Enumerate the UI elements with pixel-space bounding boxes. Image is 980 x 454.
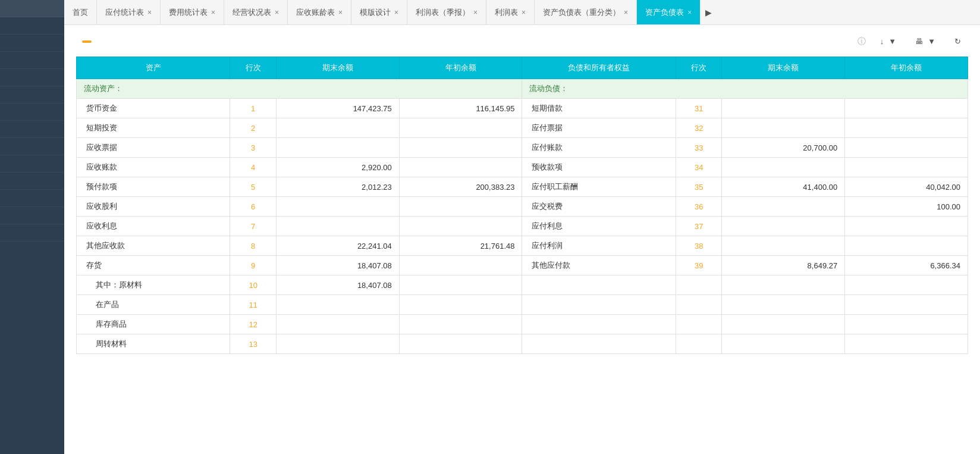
sidebar-item-expense[interactable] [0, 190, 64, 207]
left-item-12[interactable]: 周转材料 [77, 334, 230, 354]
right-item-6[interactable]: 应付利息 [522, 217, 676, 236]
right-end-balance-12[interactable] [722, 334, 845, 354]
sidebar-item-inventory[interactable] [0, 121, 64, 138]
left-end-balance-8[interactable]: 18,407.08 [276, 256, 399, 275]
right-item-11[interactable] [522, 315, 676, 334]
right-begin-balance-8[interactable]: 6,366.34 [845, 256, 968, 275]
left-begin-balance-7[interactable]: 21,761.48 [399, 236, 522, 256]
right-begin-balance-2[interactable] [845, 138, 968, 158]
sidebar-item-home[interactable] [0, 0, 64, 17]
close-tab-balance-reclassify[interactable]: × [624, 8, 628, 17]
print-button[interactable]: 🖶 ▼ [910, 35, 940, 48]
right-item-5[interactable]: 应交税费 [522, 197, 676, 217]
sidebar-item-report-center[interactable] [0, 35, 64, 52]
tab-profit-quarterly[interactable]: 利润表（季报） × [407, 0, 486, 25]
left-begin-balance-1[interactable] [399, 118, 522, 138]
sidebar-item-guide[interactable] [0, 224, 64, 242]
right-begin-balance-5[interactable]: 100.00 [845, 197, 968, 217]
left-begin-balance-6[interactable] [399, 217, 522, 236]
left-begin-balance-5[interactable] [399, 197, 522, 217]
sidebar-item-ticket[interactable] [0, 104, 64, 121]
right-begin-balance-4[interactable]: 40,042.00 [845, 177, 968, 197]
right-begin-balance-1[interactable] [845, 118, 968, 138]
tab-balance-sheet[interactable]: 资产负债表 × [637, 0, 701, 25]
tab-balance-reclassify[interactable]: 资产负债表（重分类） × [535, 0, 637, 25]
right-item-12[interactable] [522, 334, 676, 354]
right-end-balance-7[interactable] [722, 236, 845, 256]
sidebar-item-ledger[interactable] [0, 155, 64, 173]
sidebar-item-fund[interactable] [0, 52, 64, 69]
left-begin-balance-0[interactable]: 116,145.95 [399, 99, 522, 118]
sidebar-item-capital[interactable] [0, 86, 64, 104]
left-end-balance-9[interactable]: 18,407.08 [276, 275, 399, 295]
right-item-4[interactable]: 应付职工薪酬 [522, 177, 676, 197]
sidebar-item-fixed-assets[interactable] [0, 69, 64, 86]
close-tab-profit[interactable]: × [522, 8, 526, 17]
left-begin-balance-11[interactable] [399, 315, 522, 334]
close-tab-payable-stats[interactable]: × [147, 8, 152, 17]
right-end-balance-10[interactable] [722, 295, 845, 315]
left-item-7[interactable]: 其他应收款 [77, 236, 230, 256]
left-item-6[interactable]: 应收利息 [77, 217, 230, 236]
left-begin-balance-9[interactable] [399, 275, 522, 295]
right-begin-balance-3[interactable] [845, 158, 968, 177]
left-begin-balance-3[interactable] [399, 158, 522, 177]
right-item-2[interactable]: 应付账款 [522, 138, 676, 158]
left-item-4[interactable]: 预付款项 [77, 177, 230, 197]
left-begin-balance-8[interactable] [399, 256, 522, 275]
left-end-balance-12[interactable] [276, 334, 399, 354]
right-end-balance-8[interactable]: 8,649.27 [722, 256, 845, 275]
right-end-balance-3[interactable] [722, 158, 845, 177]
left-item-3[interactable]: 应收账款 [77, 158, 230, 177]
tab-home[interactable]: 首页 [64, 0, 97, 25]
right-begin-balance-7[interactable] [845, 236, 968, 256]
left-begin-balance-4[interactable]: 200,383.23 [399, 177, 522, 197]
right-item-8[interactable]: 其他应付款 [522, 256, 676, 275]
sidebar-item-account[interactable] [0, 17, 64, 35]
left-begin-balance-10[interactable] [399, 295, 522, 315]
right-end-balance-11[interactable] [722, 315, 845, 334]
right-item-1[interactable]: 应付票据 [522, 118, 676, 138]
left-end-balance-6[interactable] [276, 217, 399, 236]
download-button[interactable]: ↓ ▼ [875, 35, 901, 48]
left-end-balance-5[interactable] [276, 197, 399, 217]
left-end-balance-4[interactable]: 2,012.23 [276, 177, 399, 197]
close-tab-balance-sheet[interactable]: × [687, 8, 692, 17]
tab-receivable-age[interactable]: 应收账龄表 × [288, 0, 351, 25]
tab-payable-stats[interactable]: 应付统计表 × [97, 0, 161, 25]
left-end-balance-1[interactable] [276, 118, 399, 138]
right-begin-balance-11[interactable] [845, 315, 968, 334]
left-item-5[interactable]: 应收股利 [77, 197, 230, 217]
left-item-2[interactable]: 应收票据 [77, 138, 230, 158]
left-item-8[interactable]: 存货 [77, 256, 230, 275]
no-classify-toggle[interactable]: ⓘ [855, 36, 866, 47]
left-item-10[interactable]: 在产品 [77, 295, 230, 315]
right-item-10[interactable] [522, 295, 676, 315]
left-begin-balance-2[interactable] [399, 138, 522, 158]
tab-expense-stats[interactable]: 费用统计表 × [161, 0, 224, 25]
left-begin-balance-12[interactable] [399, 334, 522, 354]
left-item-0[interactable]: 货币资金 [77, 99, 230, 118]
left-item-1[interactable]: 短期投资 [77, 118, 230, 138]
close-tab-template-design[interactable]: × [394, 8, 398, 17]
right-end-balance-4[interactable]: 41,400.00 [722, 177, 845, 197]
right-begin-balance-0[interactable] [845, 99, 968, 118]
right-begin-balance-12[interactable] [845, 334, 968, 354]
sidebar-item-settings[interactable] [0, 207, 64, 224]
right-end-balance-1[interactable] [722, 118, 845, 138]
right-end-balance-6[interactable] [722, 217, 845, 236]
tab-template-design[interactable]: 模版设计 × [351, 0, 407, 25]
left-item-9[interactable]: 其中：原材料 [77, 275, 230, 295]
left-end-balance-3[interactable]: 2,920.00 [276, 158, 399, 177]
right-end-balance-5[interactable] [722, 197, 845, 217]
refresh-button[interactable]: ↻ [950, 35, 968, 48]
tab-arrow-right[interactable]: ▶ [701, 8, 717, 17]
close-tab-profit-quarterly[interactable]: × [473, 8, 478, 17]
left-end-balance-7[interactable]: 22,241.04 [276, 236, 399, 256]
sidebar-item-affairs[interactable] [0, 138, 64, 155]
right-end-balance-0[interactable] [722, 99, 845, 118]
right-item-3[interactable]: 预收款项 [522, 158, 676, 177]
right-item-7[interactable]: 应付利润 [522, 236, 676, 256]
sidebar-item-archive[interactable] [0, 173, 64, 190]
right-end-balance-2[interactable]: 20,700.00 [722, 138, 845, 158]
